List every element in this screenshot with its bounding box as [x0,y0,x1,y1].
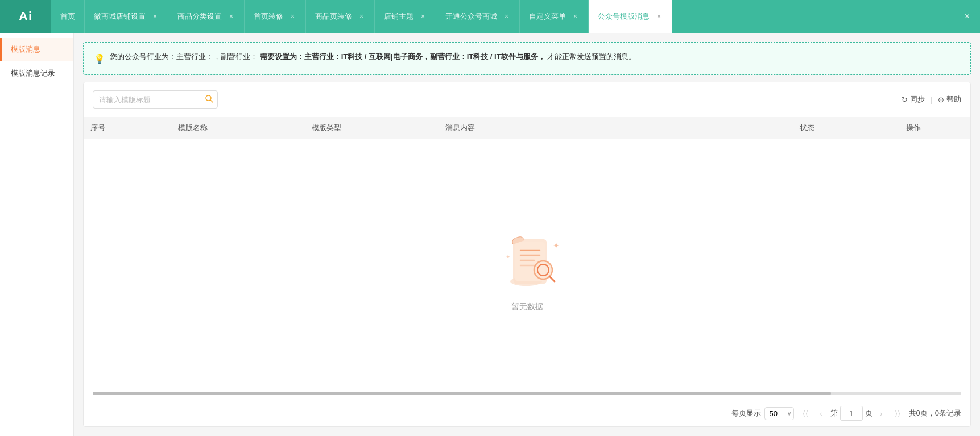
next-page-button[interactable]: › [875,406,888,420]
close-all-button[interactable]: × [954,0,980,33]
help-button[interactable]: ⊙ 帮助 [938,94,961,105]
table-header-action: 操作 [899,117,970,139]
notice-icon: 💡 [94,51,105,67]
help-label: 帮助 [946,94,961,105]
search-bar: ↻ 同步 | ⊙ 帮助 [84,82,970,117]
app-logo: Ai [0,0,51,33]
nav-tab-open-mall[interactable]: 开通公众号商城× [436,0,520,33]
svg-line-1 [210,100,213,102]
nav-tab-product-decoration[interactable]: 商品页装修× [306,0,375,33]
nav-tab-close-store-settings[interactable]: × [151,12,159,21]
divider: | [931,95,932,104]
sync-button[interactable]: ↻ 同步 [902,94,925,105]
nav-tab-label: 商品页装修 [315,11,352,22]
help-icon: ⊙ [938,95,944,104]
search-input[interactable] [93,90,218,109]
sync-icon: ↻ [902,95,908,104]
page-label-prefix: 第 [830,408,838,418]
nav-tab-close-product-decoration[interactable]: × [358,12,365,21]
main-layout: 模版消息模版消息记录 💡 您的公众号行业为：主营行业：，副营行业： 需要设置为：… [0,33,980,436]
search-button[interactable] [205,94,213,105]
pagination-controls: ⟨⟨ ‹ 第 页 › ⟩⟩ [799,406,904,421]
pagination-bar: 每页显示 102050100 ⟨⟨ ‹ 第 页 › ⟩⟩ 共0页，0条记录 [84,400,970,426]
per-page-label: 每页显示 [731,408,761,418]
top-nav: Ai 首页微商城店铺设置×商品分类设置×首页装修×商品页装修×店铺主题×开通公众… [0,0,980,33]
notice-text: 您的公众号行业为：主营行业：，副营行业： 需要设置为：主营行业：IT科技 / 互… [110,51,636,63]
nav-tab-store-settings[interactable]: 微商城店铺设置× [85,0,168,33]
notice-highlight: 需要设置为：主营行业：IT科技 / 互联网|电子商务，副营行业：IT科技 / I… [260,52,545,61]
table-header-content: 消息内容 [439,117,793,139]
nav-tab-label: 公众号模版消息 [598,11,650,22]
empty-text: 暂无数据 [511,302,543,312]
notice-box: 💡 您的公众号行业为：主营行业：，副营行业： 需要设置为：主营行业：IT科技 /… [83,42,971,75]
first-page-button[interactable]: ⟨⟨ [799,406,812,420]
notice-suffix: 才能正常发送预置的消息。 [547,52,636,61]
nav-tab-close-custom-menu[interactable]: × [572,12,579,21]
table-card: ↻ 同步 | ⊙ 帮助 序号模版名称模版类型消息内容状态操作 [83,82,971,427]
per-page-select: 每页显示 102050100 [731,407,794,420]
sidebar-item-template-message[interactable]: 模版消息 [0,38,73,61]
search-input-wrap [93,90,218,109]
nav-tab-label: 商品分类设置 [177,11,222,22]
sidebar: 模版消息模版消息记录 [0,33,74,436]
toolbar-right: ↻ 同步 | ⊙ 帮助 [902,94,961,105]
nav-tab-template-msg[interactable]: 公众号模版消息× [589,0,672,33]
per-page-dropdown[interactable]: 102050100 [764,407,794,420]
nav-tab-category-settings[interactable]: 商品分类设置× [168,0,245,33]
notice-prefix: 您的公众号行业为：主营行业：，副营行业： [110,52,258,61]
page-input[interactable] [840,406,863,421]
nav-tab-store-theme[interactable]: 店铺主题× [375,0,436,33]
nav-tab-close-category-settings[interactable]: × [228,12,235,21]
svg-text:✦: ✦ [553,241,560,250]
nav-tab-home[interactable]: 首页 [51,0,85,33]
sync-label: 同步 [910,94,925,105]
nav-tab-label: 微商城店铺设置 [94,11,146,22]
svg-text:✦: ✦ [506,254,510,260]
table-header-name: 模版名称 [171,117,305,139]
nav-tab-label: 自定义菜单 [529,11,566,22]
sidebar-item-template-record[interactable]: 模版消息记录 [0,61,73,85]
svg-line-9 [549,276,555,281]
nav-tab-close-home-decoration[interactable]: × [289,12,296,21]
table-header-seq: 序号 [84,117,171,139]
content-area: 💡 您的公众号行业为：主营行业：，副营行业： 需要设置为：主营行业：IT科技 /… [74,33,980,436]
scroll-thumb [93,392,831,395]
data-table: 序号模版名称模版类型消息内容状态操作 [84,117,970,139]
prev-page-button[interactable]: ‹ [814,406,828,420]
table-header-row: 序号模版名称模版类型消息内容状态操作 [84,117,970,139]
nav-tab-home-decoration[interactable]: 首页装修× [245,0,306,33]
empty-state: ✦ ✦ 暂无数据 [84,139,970,392]
table-header-type: 模版类型 [305,117,439,139]
horizontal-scrollbar[interactable] [93,392,961,395]
nav-tab-close-template-msg[interactable]: × [655,12,663,21]
nav-tabs: 首页微商城店铺设置×商品分类设置×首页装修×商品页装修×店铺主题×开通公众号商城… [51,0,954,33]
per-page-select-wrap: 102050100 [764,407,794,420]
nav-tab-custom-menu[interactable]: 自定义菜单× [520,0,589,33]
nav-tab-label: 首页 [60,11,75,22]
last-page-button[interactable]: ⟩⟩ [891,406,904,420]
table-header-status: 状态 [793,117,899,139]
nav-tab-label: 开通公众号商城 [445,11,497,22]
nav-tab-label: 首页装修 [254,11,283,22]
nav-tab-close-store-theme[interactable]: × [419,12,427,21]
nav-tab-close-open-mall[interactable]: × [503,12,510,21]
nav-tab-label: 店铺主题 [384,11,413,22]
empty-illustration: ✦ ✦ [493,225,561,293]
total-text: 共0页，0条记录 [909,408,961,418]
page-label-suffix: 页 [865,408,873,418]
